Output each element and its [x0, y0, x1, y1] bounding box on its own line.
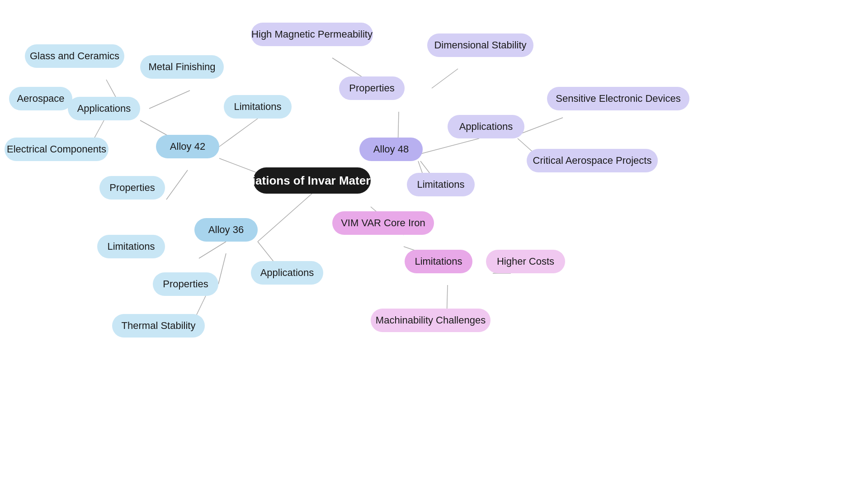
high-magnetic-node: High Magnetic Permeability [251, 23, 373, 46]
svg-line-19 [432, 69, 458, 88]
critical-aerospace-node: Critical Aerospace Projects [527, 149, 658, 172]
svg-line-6 [166, 170, 188, 200]
svg-line-8 [149, 90, 190, 109]
svg-line-20 [518, 118, 563, 135]
alloy48-limitations-node: Limitations [407, 173, 475, 196]
vim-var-limitations-node: Limitations [405, 250, 472, 273]
svg-line-11 [199, 242, 226, 258]
svg-line-1 [258, 194, 312, 242]
alloy48-applications-node: Applications [448, 115, 524, 138]
metal-finishing-node: Metal Finishing [140, 55, 224, 79]
machinability-node: Machinability Challenges [371, 309, 491, 332]
alloy42-applications-node: Applications [68, 97, 140, 120]
aerospace-node: Aerospace [9, 87, 72, 110]
alloy48-node: Alloy 48 [359, 138, 423, 161]
alloy42-node: Alloy 42 [156, 135, 219, 158]
alloy48-properties-node: Properties [339, 76, 405, 100]
dimensional-stability-node: Dimensional Stability [427, 33, 533, 57]
alloy42-properties-node: Properties [99, 176, 165, 200]
center-node: Variations of Invar Materials [253, 167, 371, 194]
higher-costs-node: Higher Costs [486, 250, 565, 273]
svg-line-12 [218, 253, 226, 284]
vim-var-node: VIM VAR Core Iron [332, 211, 434, 235]
alloy36-applications-node: Applications [251, 261, 323, 285]
alloy36-limitations-node: Limitations [97, 235, 165, 258]
alloy36-properties-node: Properties [153, 272, 218, 296]
svg-line-16 [420, 138, 479, 154]
thermal-stability-node: Thermal Stability [112, 314, 205, 338]
sensitive-electronic-node: Sensitive Electronic Devices [547, 87, 689, 110]
alloy36-node: Alloy 36 [194, 218, 258, 242]
svg-line-5 [219, 119, 258, 147]
glass-ceramics-node: Glass and Ceramics [25, 44, 124, 68]
electrical-components-node: Electrical Components [5, 138, 108, 161]
alloy42-limitations-node: Limitations [224, 95, 292, 119]
